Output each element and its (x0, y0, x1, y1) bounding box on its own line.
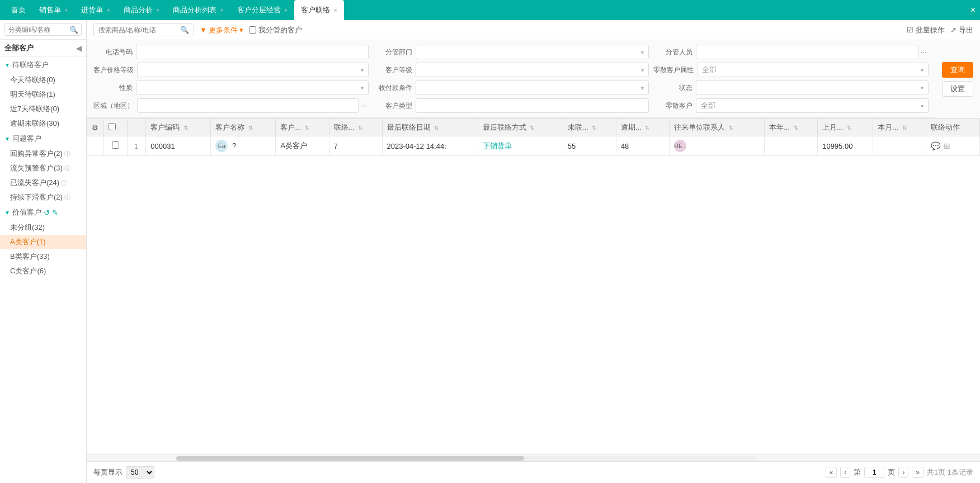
nav-segment[interactable]: 客户分层经营 × (230, 0, 294, 20)
sidebar-search-icon[interactable]: 🔍 (69, 26, 78, 34)
sidebar-all-customers[interactable]: 全部客户 ◀ (0, 40, 86, 57)
nav-purchase[interactable]: 进货单 × (74, 0, 116, 20)
close-analysis-list-tab[interactable]: × (220, 7, 223, 13)
close-analysis-tab[interactable]: × (156, 7, 159, 13)
th-name[interactable]: 客户名称 ⇅ (211, 119, 276, 136)
section-pending-contact[interactable]: ▼ 待联络客户 (0, 57, 86, 73)
filter-customer-type: 客户类型 (373, 98, 648, 113)
td-name[interactable]: Ea ? (211, 136, 276, 156)
td-actions: 💬 ⊞ (926, 136, 980, 156)
th-last-month[interactable]: 上月... ⇅ (818, 119, 873, 136)
th-this-year[interactable]: 本年... ⇅ (765, 119, 818, 136)
td-this-year (765, 136, 818, 156)
filter-customer-level: 客户等级 ▾ (373, 63, 648, 77)
sidebar-item-declining[interactable]: 持续下滑客户(2) ⓘ (0, 190, 86, 205)
main-search-input[interactable] (98, 26, 180, 34)
dept-select[interactable]: ▾ (416, 45, 648, 59)
nav-analysis[interactable]: 商品分析 × (117, 0, 166, 20)
query-button[interactable]: 查询 (942, 62, 973, 78)
payment-select[interactable]: ▾ (416, 80, 648, 95)
sidebar-item-class-c[interactable]: C类客户(6) (0, 264, 86, 278)
filter-dept: 分管部门 ▾ (373, 45, 648, 59)
td-contact: 7 (329, 136, 382, 156)
nature-select[interactable]: ▾ (136, 80, 369, 95)
chevron-retail-icon: ▾ (921, 103, 924, 109)
th-last-date[interactable]: 最后联络日期 ⇅ (382, 119, 478, 136)
th-no-contact[interactable]: 未联... ⇅ (563, 119, 616, 136)
sidebar-item-abnormal[interactable]: 回购异常客户(2) ⓘ (0, 146, 86, 161)
more-filter-btn[interactable]: ▼ 更多条件 ▾ (200, 25, 243, 35)
page-number-input[interactable] (864, 467, 884, 478)
export-btn[interactable]: ↗ 导出 (950, 25, 973, 35)
filter-retail-customer: 零散客户 全部 ▾ (653, 98, 929, 113)
main-search-icon[interactable]: 🔍 (180, 26, 189, 34)
region-more-icon[interactable]: ··· (359, 102, 369, 110)
refresh-icon[interactable]: ↺ (44, 209, 50, 217)
retail-customer-select[interactable]: 全部 ▾ (696, 98, 929, 113)
sidebar-item-tomorrow[interactable]: 明天待联络(1) (0, 87, 86, 102)
td-last-month: 10995.00 (818, 136, 873, 156)
sidebar-item-class-a[interactable]: A类客户(1) (0, 235, 86, 249)
th-overdue[interactable]: 逾期... ⇅ (616, 119, 669, 136)
sidebar-item-today[interactable]: 今天待联络(0) (0, 73, 86, 87)
th-checkbox[interactable] (104, 119, 128, 136)
select-all-checkbox[interactable] (109, 123, 116, 130)
th-type[interactable]: 客户... ⇅ (276, 119, 329, 136)
th-this-month[interactable]: 本月... ⇅ (873, 119, 926, 136)
qr-icon[interactable]: ⊞ (944, 141, 950, 150)
row-checkbox[interactable] (112, 141, 119, 149)
prev-page-btn[interactable]: ‹ (840, 467, 850, 478)
manager-more-icon[interactable]: ··· (918, 48, 929, 56)
filter-status: 状态 ▾ (653, 80, 929, 95)
close-segment-tab[interactable]: × (284, 7, 288, 13)
region-input[interactable] (137, 98, 359, 113)
th-unit-contact[interactable]: 往来单位联系人 ⇅ (669, 119, 764, 136)
customer-type-input[interactable] (416, 98, 648, 113)
manager-input[interactable] (696, 45, 918, 59)
first-page-btn[interactable]: « (826, 467, 837, 478)
nav-contact[interactable]: 客户联络 × (294, 0, 343, 20)
my-customers-filter[interactable]: 我分管的客户 (249, 25, 302, 35)
page-size-select[interactable]: 50 100 200 (126, 466, 154, 479)
th-action: 联络动作 (926, 119, 980, 136)
pagination: 每页显示 50 100 200 « ‹ 第 页 › » 共1页 1条记录 (87, 461, 980, 483)
close-sales-tab[interactable]: × (64, 7, 68, 13)
td-checkbox[interactable] (104, 136, 128, 156)
price-level-select[interactable]: ▾ (137, 63, 369, 77)
batch-op-btn[interactable]: ☑ 批量操作 (907, 25, 945, 35)
sidebar-item-7days[interactable]: 近7天待联络(0) (0, 102, 86, 116)
close-purchase-tab[interactable]: × (106, 7, 110, 13)
sidebar-item-overdue[interactable]: 逾期未联络(30) (0, 116, 86, 131)
edit-icon[interactable]: ✎ (52, 209, 58, 217)
nav-analysis-list[interactable]: 商品分析列表 × (166, 0, 230, 20)
nav-home[interactable]: 首页 (4, 0, 32, 20)
section-problem-customers[interactable]: ▼ 问题客户 (0, 131, 86, 146)
section-value-customers[interactable]: ▼ 价值客户 ↺ ✎ (0, 205, 86, 220)
chat-icon[interactable]: 💬 (931, 141, 940, 150)
status-select[interactable]: ▾ (696, 80, 929, 95)
phone-input[interactable] (136, 45, 369, 59)
th-code[interactable]: 客户编码 ⇅ (146, 119, 211, 136)
sidebar-item-churn-warning[interactable]: 流失预警客户(3) ⓘ (0, 161, 86, 176)
customer-level-select[interactable]: ▾ (416, 63, 648, 77)
th-last-method[interactable]: 最后联络方式 ⇅ (478, 119, 563, 136)
window-close-button[interactable]: × (970, 5, 976, 15)
filter-row-4: 区域（地区） ··· 客户类型 零散客户 全部 ▾ (93, 98, 929, 113)
info-icon-churn-warning: ⓘ (64, 164, 70, 173)
sidebar-item-class-b[interactable]: B类客户(33) (0, 249, 86, 264)
sidebar-item-ungrouped[interactable]: 未分组(32) (0, 220, 86, 235)
last-page-btn[interactable]: » (912, 467, 924, 478)
sidebar-collapse-icon[interactable]: ◀ (76, 44, 82, 53)
setting-button[interactable]: 设置 (942, 81, 973, 97)
horizontal-scrollbar[interactable] (87, 454, 980, 461)
sidebar-item-churned[interactable]: 已流失客户(24) ⓘ (0, 176, 86, 190)
td-last-method[interactable]: 下销货单 (478, 136, 563, 156)
close-contact-tab[interactable]: × (333, 7, 337, 13)
nav-sales[interactable]: 销售单 × (32, 0, 74, 20)
page-size-selector: 每页显示 50 100 200 (93, 466, 154, 479)
th-settings[interactable]: ⚙ (87, 119, 104, 136)
retail-attr-select[interactable]: 全部 ▾ (697, 63, 929, 77)
th-contact[interactable]: 联络... ⇅ (329, 119, 382, 136)
next-page-btn[interactable]: › (898, 467, 908, 478)
my-customers-checkbox[interactable] (249, 26, 256, 34)
